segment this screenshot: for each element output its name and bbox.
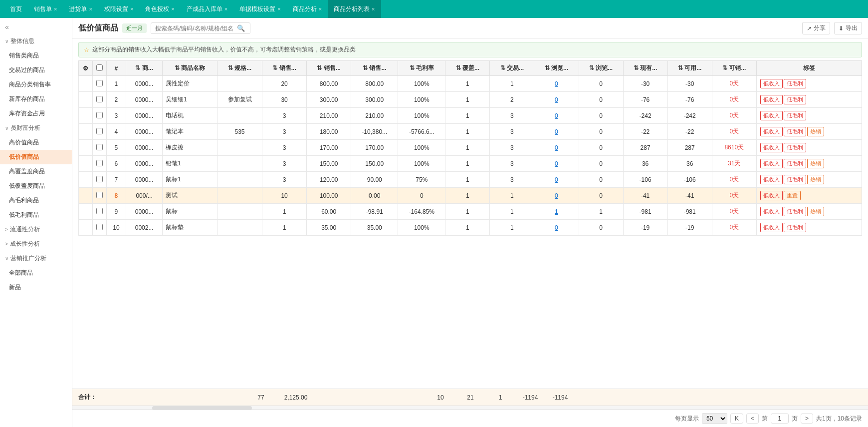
share-button[interactable]: ↗ 分享 (802, 22, 830, 34)
sidebar-group-growth[interactable]: > 成长性分析 (0, 237, 72, 251)
th-code[interactable]: ⇅ 商... (126, 61, 162, 76)
nav-home[interactable]: 首页 (4, 0, 28, 18)
sidebar-item-all-products[interactable]: 全部商品 (0, 266, 72, 280)
row-checkbox[interactable] (96, 224, 103, 230)
browse1-link[interactable]: 0 (555, 224, 558, 231)
browse1-link[interactable]: 0 (555, 160, 558, 167)
cell-check[interactable] (93, 108, 107, 124)
th-browse1[interactable]: ⇅ 浏览... (534, 61, 579, 76)
cell-browse1[interactable]: 0 (534, 156, 579, 172)
row-checkbox[interactable] (96, 192, 103, 198)
table-wrapper[interactable]: ⚙ # ⇅ 商... ⇅ 商品名称 ⇅ 规格... ⇅ (72, 60, 868, 389)
th-gross-rate[interactable]: ⇅ 毛利率 (398, 61, 445, 76)
row-checkbox[interactable] (96, 112, 103, 118)
th-available[interactable]: ⇅ 可用... (667, 61, 712, 76)
sidebar-group-circulation[interactable]: > 流通性分析 (0, 222, 72, 237)
nav-close-purchase[interactable]: × (89, 6, 92, 12)
cell-browse1[interactable]: 0 (534, 140, 579, 156)
nav-template-settings[interactable]: 单据模板设置 × (233, 0, 286, 18)
cell-browse1[interactable]: 1 (534, 204, 579, 220)
th-sales2[interactable]: ⇅ 销售... (307, 61, 351, 76)
period-tag-button[interactable]: 近一月 (122, 23, 147, 33)
browse1-link[interactable]: 0 (555, 192, 558, 199)
sidebar-item-new-stock[interactable]: 新库存的商品 (0, 92, 72, 106)
cell-browse1[interactable]: 0 (534, 92, 579, 108)
cell-browse1[interactable]: 0 (534, 76, 579, 92)
cell-check[interactable] (93, 140, 107, 156)
sidebar-group-financial[interactable]: ∨ 员财富分析 (0, 121, 72, 135)
sidebar-item-low-margin[interactable]: 低毛利商品 (0, 208, 72, 222)
sidebar-group-overall[interactable]: ∨ 整体信息 (0, 34, 72, 48)
th-sales1[interactable]: ⇅ 销售... (262, 61, 307, 76)
cell-check[interactable] (93, 92, 107, 108)
cell-browse1[interactable]: 0 (534, 108, 579, 124)
nav-close-analysis[interactable]: × (319, 6, 322, 12)
nav-product-analysis[interactable]: 商品分析 × (287, 0, 328, 18)
th-name[interactable]: ⇅ 商品名称 (163, 61, 217, 76)
sidebar-collapse-btn[interactable]: « (3, 22, 11, 32)
nav-close-roles[interactable]: × (171, 6, 174, 12)
row-checkbox[interactable] (96, 160, 103, 166)
row-checkbox[interactable] (96, 80, 103, 86)
th-sales3[interactable]: ⇅ 销售... (351, 61, 398, 76)
browse1-link[interactable]: 0 (555, 128, 558, 135)
sidebar-item-high-coverage[interactable]: 高覆盖度商品 (0, 164, 72, 179)
sidebar-item-low-coverage[interactable]: 低覆盖度商品 (0, 179, 72, 193)
row-checkbox[interactable] (96, 176, 103, 182)
browse1-link[interactable]: 0 (555, 112, 558, 119)
cell-check[interactable] (93, 220, 107, 236)
cell-check[interactable] (93, 204, 107, 220)
th-coverage[interactable]: ⇅ 覆盖... (445, 61, 490, 76)
per-page-select[interactable]: 50 100 200 (702, 413, 727, 424)
nav-roles[interactable]: 角色授权 × (139, 0, 180, 18)
th-checkbox[interactable] (93, 61, 107, 76)
browse1-link[interactable]: 0 (555, 80, 558, 87)
cell-browse1[interactable]: 0 (534, 124, 579, 140)
sidebar-item-category-sales[interactable]: 商品分类销售率 (0, 77, 72, 92)
row-checkbox[interactable] (96, 208, 103, 214)
nav-close-analysis-list[interactable]: × (372, 6, 375, 12)
sidebar-item-new-products[interactable]: 新品 (0, 280, 72, 295)
nav-close-sales[interactable]: × (54, 6, 57, 12)
search-input[interactable] (155, 25, 235, 32)
nav-close-permissions[interactable]: × (130, 6, 133, 12)
browse1-link[interactable]: 0 (555, 144, 558, 151)
prev-page-btn[interactable]: < (746, 414, 759, 424)
nav-sales[interactable]: 销售单 × (28, 0, 63, 18)
browse1-link[interactable]: 0 (555, 176, 558, 183)
select-all-checkbox[interactable] (96, 64, 103, 71)
cell-check[interactable] (93, 124, 107, 140)
sidebar-item-stock-funds[interactable]: 库存资金占用 (0, 106, 72, 121)
th-settings[interactable]: ⚙ (79, 61, 93, 76)
cell-check[interactable] (93, 156, 107, 172)
row-checkbox[interactable] (96, 96, 103, 102)
sidebar-item-low-value[interactable]: 低价值商品 (0, 150, 72, 164)
search-icon[interactable]: 🔍 (237, 24, 245, 32)
th-browse2[interactable]: ⇅ 浏览... (579, 61, 623, 76)
browse1-link[interactable]: 1 (555, 208, 558, 215)
nav-close-products[interactable]: × (224, 6, 227, 12)
browse1-link[interactable]: 0 (555, 96, 558, 103)
sidebar-item-high-value[interactable]: 高价值商品 (0, 135, 72, 150)
cell-browse1[interactable]: 0 (534, 172, 579, 188)
row-checkbox[interactable] (96, 144, 103, 150)
cell-browse1[interactable]: 0 (534, 188, 579, 204)
cell-check[interactable] (93, 76, 107, 92)
sidebar-item-high-margin[interactable]: 高毛利商品 (0, 193, 72, 208)
th-current[interactable]: ⇅ 现有... (623, 61, 667, 76)
th-spec[interactable]: ⇅ 规格... (217, 61, 262, 76)
nav-close-template[interactable]: × (277, 6, 280, 12)
next-page-btn[interactable]: > (801, 414, 813, 424)
nav-permissions[interactable]: 权限设置 × (98, 0, 139, 18)
th-sellable[interactable]: ⇅ 可销... (712, 61, 756, 76)
cell-check[interactable] (93, 172, 107, 188)
nav-purchase[interactable]: 进货单 × (63, 0, 98, 18)
sidebar-item-traded[interactable]: 交易过的商品 (0, 63, 72, 77)
sidebar-group-marketing[interactable]: ∨ 营销推广分析 (0, 251, 72, 266)
th-trade[interactable]: ⇅ 交易... (490, 61, 534, 76)
nav-products-warehouse[interactable]: 产成品入库单 × (181, 0, 233, 18)
row-checkbox[interactable] (96, 128, 103, 134)
nav-analysis-list[interactable]: 商品分析列表 × (328, 0, 381, 18)
sidebar-item-sales-products[interactable]: 销售类商品 (0, 48, 72, 63)
cell-check[interactable] (93, 188, 107, 204)
